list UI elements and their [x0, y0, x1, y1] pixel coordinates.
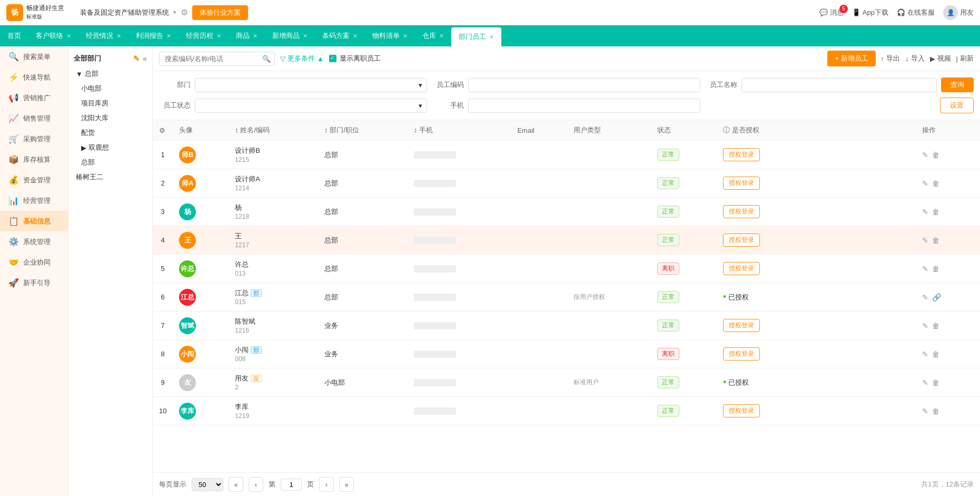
user-area[interactable]: 👤 用友 [943, 5, 974, 20]
dept-node-xiangmu[interactable]: 项目库房 [68, 96, 152, 111]
add-employee-button[interactable]: + 新增员工 [827, 51, 875, 66]
more-filter-button[interactable]: ▽ 更多条件 ▲ [280, 54, 324, 63]
col-settings[interactable]: ⚙ [153, 120, 173, 141]
nav-collaboration[interactable]: 🤝 企业协同 [0, 252, 68, 273]
nav-quick-nav[interactable]: ⚡ 快速导航 [0, 67, 68, 87]
tab-dept-staff[interactable]: 部门员工 ✕ [451, 27, 501, 46]
view-button[interactable]: ▶ 视频 [930, 54, 951, 63]
last-page-button[interactable]: » [339, 477, 354, 492]
dept-node-zongbu[interactable]: ▼ 总部 [68, 66, 152, 81]
status-filter-select[interactable]: ▾ [195, 99, 427, 113]
tab-business[interactable]: 经营情况 ✕ [78, 25, 128, 46]
delete-icon[interactable]: 🗑 [932, 236, 939, 245]
message-button[interactable]: 💬 消息 5 [819, 8, 844, 17]
delete-icon[interactable]: 🗑 [932, 208, 939, 216]
edit-icon[interactable]: ✎ [922, 322, 928, 330]
link-icon[interactable]: 🔗 [932, 293, 941, 302]
delete-icon[interactable]: 🗑 [932, 378, 939, 387]
search-button[interactable]: 查询 [941, 77, 974, 92]
settings-icon[interactable]: ⚙ [181, 7, 188, 17]
delete-icon[interactable]: 🗑 [932, 265, 939, 273]
col-name[interactable]: ↕ 姓名/编码 [229, 120, 318, 141]
auth-button[interactable]: 授权登录 [723, 234, 760, 247]
tab-close-icon[interactable]: ✕ [166, 33, 171, 40]
edit-icon[interactable]: ✎ [922, 265, 928, 273]
nav-inventory[interactable]: 📦 库存核算 [0, 149, 68, 170]
per-page-select[interactable]: 50 20 100 [192, 478, 223, 491]
dept-collapse-icon[interactable]: « [143, 54, 147, 63]
dept-node-zongbu2[interactable]: 总部 [68, 155, 152, 170]
edit-icon[interactable]: ✎ [922, 378, 928, 387]
tab-close-icon[interactable]: ✕ [489, 34, 494, 41]
print-button[interactable]: | 刷新 [956, 54, 974, 63]
tab-home[interactable]: 首页 [0, 25, 28, 46]
delete-icon[interactable]: 🗑 [932, 179, 939, 188]
dept-filter-select[interactable]: ▾ [195, 78, 427, 92]
show-former-checkbox[interactable] [329, 55, 336, 62]
edit-icon[interactable]: ✎ [922, 350, 928, 358]
tab-bom[interactable]: 物料清单 ✕ [365, 25, 415, 46]
phone-filter-input[interactable] [468, 99, 700, 113]
edit-icon[interactable]: ✎ [922, 236, 928, 245]
tab-close-icon[interactable]: ✕ [66, 33, 71, 40]
auth-button[interactable]: 授权登录 [723, 262, 760, 275]
edit-icon[interactable]: ✎ [922, 293, 928, 302]
tab-close-icon[interactable]: ✕ [439, 33, 444, 40]
dept-edit-icon[interactable]: ✎ [133, 54, 140, 63]
auth-button[interactable]: 授权登录 [723, 347, 760, 361]
empname-filter-input[interactable] [741, 78, 937, 92]
nav-guide[interactable]: 🚀 新手引导 [0, 273, 68, 293]
auth-button[interactable]: 授权登录 [723, 404, 760, 417]
delete-icon[interactable]: 🗑 [932, 407, 939, 415]
auth-button[interactable]: 授权登录 [723, 205, 760, 218]
dept-node-xiaodian[interactable]: 小电部 [68, 81, 152, 96]
reset-button[interactable]: 设置 [940, 98, 974, 113]
nav-search-menu[interactable]: 🔍 搜索菜单 [0, 46, 68, 67]
online-service-button[interactable]: 🎧 在线客服 [897, 8, 935, 17]
tab-customer[interactable]: 客户联络 ✕ [28, 25, 78, 46]
tab-close-icon[interactable]: ✕ [353, 33, 358, 40]
dropdown-arrow-icon[interactable]: ▾ [173, 9, 176, 16]
search-input[interactable] [159, 52, 275, 66]
tab-barcode[interactable]: 条码方案 ✕ [315, 25, 365, 46]
import-button[interactable]: ↓ 导入 [905, 54, 925, 63]
first-page-button[interactable]: « [229, 477, 243, 492]
delete-icon[interactable]: 🗑 [932, 350, 939, 358]
edit-icon[interactable]: ✎ [922, 151, 928, 159]
tab-add-goods[interactable]: 新增商品 ✕ [265, 25, 315, 46]
empcode-filter-input[interactable] [468, 78, 700, 92]
tab-history[interactable]: 经营历程 ✕ [179, 25, 229, 46]
edit-icon[interactable]: ✎ [922, 179, 928, 188]
tab-close-icon[interactable]: ✕ [253, 33, 258, 40]
tab-close-icon[interactable]: ✕ [116, 33, 121, 40]
tab-goods[interactable]: 商品 ✕ [229, 25, 265, 46]
nav-finance[interactable]: 💰 资金管理 [0, 170, 68, 190]
trial-button[interactable]: 体验行业方案 [192, 5, 248, 20]
auth-button[interactable]: 授权登录 [723, 148, 760, 161]
col-phone[interactable]: ↕ 手机 [408, 120, 511, 141]
delete-icon[interactable]: 🗑 [932, 322, 939, 330]
tab-close-icon[interactable]: ✕ [216, 33, 221, 40]
app-download-button[interactable]: 📱 App下载 [852, 8, 888, 17]
nav-purchase[interactable]: 🛒 采购管理 [0, 129, 68, 149]
dept-node-peihuo[interactable]: 配货 [68, 125, 152, 140]
tab-close-icon[interactable]: ✕ [403, 33, 408, 40]
nav-system[interactable]: ⚙️ 系统管理 [0, 231, 68, 252]
delete-icon[interactable]: 🗑 [932, 151, 939, 159]
edit-icon[interactable]: ✎ [922, 407, 928, 415]
dept-node-chunshu[interactable]: 椿树王二 [68, 170, 152, 184]
auth-button[interactable]: 授权登录 [723, 319, 760, 332]
dept-node-shenyang[interactable]: 沈阳大库 [68, 111, 152, 125]
prev-page-button[interactable]: ‹ [249, 477, 263, 492]
nav-marketing[interactable]: 📢 营销推广 [0, 87, 68, 108]
nav-operations[interactable]: 📊 经营管理 [0, 190, 68, 211]
dept-node-shuanglu[interactable]: ▶ 双鹿想 [68, 140, 152, 155]
tab-warehouse[interactable]: 仓库 ✕ [415, 25, 451, 46]
nav-sales[interactable]: 📈 销售管理 [0, 108, 68, 129]
tab-profit[interactable]: 利润报告 ✕ [128, 25, 179, 46]
auth-button[interactable]: 授权登录 [723, 177, 760, 190]
next-page-button[interactable]: › [319, 477, 334, 492]
tab-close-icon[interactable]: ✕ [303, 33, 308, 40]
edit-icon[interactable]: ✎ [922, 208, 928, 216]
nav-basic-info[interactable]: 📋 基础信息 [0, 211, 68, 231]
